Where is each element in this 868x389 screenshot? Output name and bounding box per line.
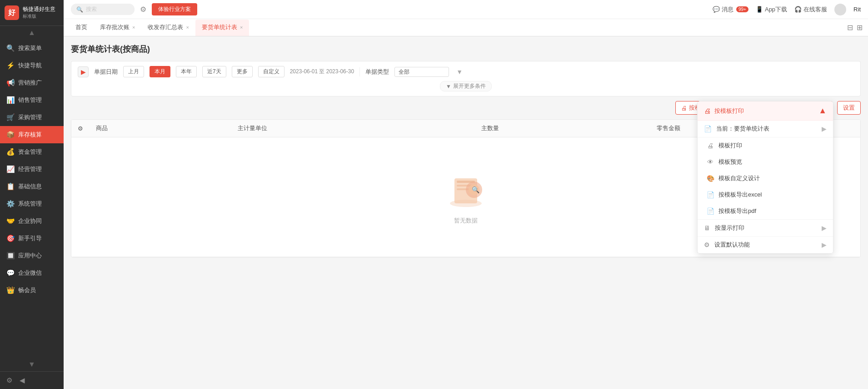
sidebar-item-guide[interactable]: 🎯 新手引导 xyxy=(0,230,64,247)
sidebar-item-basic[interactable]: 📋 基础信息 xyxy=(0,178,64,195)
display-print-label: 按显示打印 xyxy=(715,224,744,232)
sidebar-bottom: ⚙ ◀ xyxy=(0,371,64,389)
col-quantity: 主数量 xyxy=(475,120,651,137)
scroll-down-btn[interactable]: ▼ xyxy=(0,358,64,371)
tab-order-stats-close[interactable]: × xyxy=(240,25,243,30)
date-btn-this-month[interactable]: 本月 xyxy=(150,66,170,77)
sidebar-item-collab-label: 企业协同 xyxy=(18,217,42,225)
sidebar-item-member[interactable]: 👑 畅会员 xyxy=(0,282,64,299)
finance-icon: 💰 xyxy=(6,148,15,156)
sidebar-item-shortcut[interactable]: ⚡ 快捷导航 xyxy=(0,57,64,74)
expand-filter-icon: ▼ xyxy=(446,83,451,90)
collapse-sidebar-icon[interactable]: ◀ xyxy=(20,376,25,384)
tab-order-stats-label: 要货单统计表 xyxy=(202,23,237,31)
dropdown-item-design[interactable]: 🎨 模板自定义设计 xyxy=(698,170,833,187)
col-product: 商品 xyxy=(90,120,231,137)
online-service-btn[interactable]: 🎧 在线客服 xyxy=(794,5,827,14)
sidebar-item-collab[interactable]: 🤝 企业协同 xyxy=(0,212,64,230)
content-area: 要货单统计表(按商品) ▶ 单据日期 上月 本月 本年 近7天 更多 自定义 2… xyxy=(64,36,868,389)
tab-order-stats[interactable]: 要货单统计表 × xyxy=(195,20,249,36)
tab-home-label: 首页 xyxy=(75,23,87,31)
sidebar-item-system-label: 系统管理 xyxy=(18,200,42,208)
settings-action-btn[interactable]: 设置 xyxy=(837,101,861,115)
dropdown-item-print[interactable]: 🖨 模板打印 xyxy=(698,137,833,154)
sidebar-item-apps-label: 应用中心 xyxy=(18,252,42,260)
window-minimize-icon[interactable]: ⊟ xyxy=(847,23,853,32)
filter-collapse-btn[interactable]: ▶ xyxy=(78,66,89,77)
date-btn-this-year[interactable]: 本年 xyxy=(176,66,197,77)
settings-bottom-icon[interactable]: ⚙ xyxy=(6,376,12,384)
sidebar-item-wechat[interactable]: 💬 企业微信 xyxy=(0,264,64,282)
expand-filter-btn[interactable]: ▼ 展开更多条件 xyxy=(440,81,492,91)
sales-icon: 📊 xyxy=(6,96,15,104)
marketing-icon: 📢 xyxy=(6,79,15,87)
trial-btn[interactable]: 体验行业方案 xyxy=(152,3,197,15)
dropdown-display-print[interactable]: 🖥 按显示打印 ▶ xyxy=(698,220,833,236)
display-print-icon: 🖥 xyxy=(704,224,710,232)
tab-batch[interactable]: 库存批次账 × xyxy=(94,20,141,36)
sidebar-item-apps[interactable]: 🔲 应用中心 xyxy=(0,247,64,264)
dropdown-display-section: 🖥 按显示打印 ▶ xyxy=(698,220,833,237)
col-unit: 主计量单位 xyxy=(231,120,475,137)
logo-icon: 好 xyxy=(5,5,19,20)
sidebar-item-finance[interactable]: 💰 资金管理 xyxy=(0,143,64,161)
scroll-up-btn[interactable]: ▲ xyxy=(0,26,64,40)
sidebar-item-sales[interactable]: 📊 销售管理 xyxy=(0,91,64,109)
date-btn-prev-month[interactable]: 上月 xyxy=(123,66,144,77)
message-icon: 💬 xyxy=(713,6,720,13)
tab-collection[interactable]: 收发存汇总表 × xyxy=(141,20,195,36)
type-select-arrow[interactable]: ▼ xyxy=(456,68,463,76)
template-preview-icon: 👁 xyxy=(707,158,714,166)
window-controls: ⊟ ⊞ xyxy=(847,23,863,32)
dropdown-print-icon: 🖨 xyxy=(704,107,711,115)
set-default-label: 设置默认功能 xyxy=(714,241,750,249)
date-range-display: 2023-06-01 至 2023-06-30 xyxy=(290,68,354,76)
sidebar-item-operation[interactable]: 📈 经营管理 xyxy=(0,161,64,178)
tab-collection-label: 收发存汇总表 xyxy=(148,23,183,31)
expand-row: ▼ 展开更多条件 xyxy=(78,81,854,91)
topbar-search-icon: 🔍 xyxy=(76,6,83,13)
dropdown-item-export-excel[interactable]: 📄 按模板导出excel xyxy=(698,187,833,203)
topbar-gear-icon[interactable]: ⚙ xyxy=(140,5,146,14)
date-btn-custom[interactable]: 自定义 xyxy=(258,66,284,77)
sidebar-item-search[interactable]: 🔍 搜索菜单 xyxy=(0,40,64,57)
set-default-left: ⚙ 设置默认功能 xyxy=(704,241,750,249)
dropdown-header[interactable]: 🖨 按模板打印 ▲ xyxy=(698,101,833,121)
dropdown-collapse-icon[interactable]: ▲ xyxy=(818,106,827,116)
date-btn-more[interactable]: 更多 xyxy=(232,66,253,77)
topbar-search-text: 搜索 xyxy=(86,5,97,13)
dropdown-item-preview[interactable]: 👁 模板预览 xyxy=(698,154,833,170)
dropdown-current-template[interactable]: 📄 当前：要货单统计表 ▶ xyxy=(698,121,833,137)
service-icon: 🎧 xyxy=(794,6,802,13)
template-print-label: 模板打印 xyxy=(718,141,742,150)
sidebar-item-shortcut-label: 快捷导航 xyxy=(18,61,42,70)
svg-text:🔍: 🔍 xyxy=(472,186,480,194)
sidebar-item-purchase-label: 采购管理 xyxy=(18,113,42,121)
tab-home[interactable]: 首页 xyxy=(69,20,94,36)
template-design-label: 模板自定义设计 xyxy=(718,174,760,182)
user-avatar[interactable] xyxy=(834,4,846,15)
window-maximize-icon[interactable]: ⊞ xyxy=(857,23,863,32)
filter-bar: ▶ 单据日期 上月 本月 本年 近7天 更多 自定义 2023-06-01 至 … xyxy=(71,61,861,96)
export-excel-icon: 📄 xyxy=(707,191,714,198)
type-filter-select[interactable]: 全部 要货单 xyxy=(394,67,449,77)
dropdown-set-default[interactable]: ⚙ 设置默认功能 ▶ xyxy=(698,237,833,253)
message-btn[interactable]: 💬 消息 99+ xyxy=(713,5,748,14)
display-print-left: 🖥 按显示打印 xyxy=(704,224,744,232)
sidebar-nav: 🔍 搜索菜单 ⚡ 快捷导航 📢 营销推广 📊 销售管理 🛒 采购管理 📦 库存核… xyxy=(0,40,64,358)
topbar: 🔍 搜索 ⚙ 体验行业方案 💬 消息 99+ 📱 App下载 🎧 在线客服 Ri… xyxy=(64,0,868,19)
app-download-btn[interactable]: 📱 App下载 xyxy=(756,5,787,14)
sidebar-item-marketing[interactable]: 📢 营销推广 xyxy=(0,74,64,91)
tab-collection-close[interactable]: × xyxy=(186,25,189,30)
sidebar-item-purchase[interactable]: 🛒 采购管理 xyxy=(0,109,64,126)
col-settings[interactable]: ⚙ xyxy=(71,120,90,137)
sidebar-item-system[interactable]: ⚙️ 系统管理 xyxy=(0,195,64,212)
basic-icon: 📋 xyxy=(6,182,15,191)
action-bar: 🖨 按模板打印 ▲ ⬆ 导出 🔄 刷新 查询 设置 🖨 按模板打印 xyxy=(71,101,861,115)
date-btn-7days[interactable]: 近7天 xyxy=(202,66,226,77)
dropdown-item-export-pdf[interactable]: 📄 按模板导出pdf xyxy=(698,203,833,219)
tab-batch-close[interactable]: × xyxy=(132,25,135,30)
sidebar-item-search-label: 搜索菜单 xyxy=(18,44,42,52)
sidebar-item-inventory[interactable]: 📦 库存核算 xyxy=(0,126,64,143)
topbar-search[interactable]: 🔍 搜索 xyxy=(71,4,135,15)
